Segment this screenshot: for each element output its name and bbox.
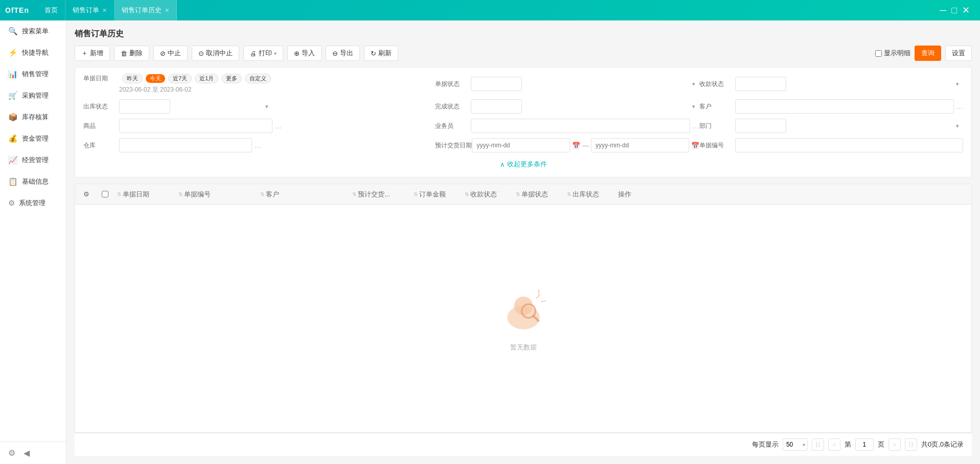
warehouse-status-select[interactable] <box>119 99 170 114</box>
th-delivery[interactable]: ⇅ 预计交货... <box>348 190 409 199</box>
tab-home[interactable]: 首页 <box>37 0 65 20</box>
maximize-btn[interactable]: □ <box>951 6 957 15</box>
department-filter: 部门 <box>699 119 963 133</box>
page-number-input[interactable] <box>855 438 874 451</box>
delivery-date-end-icon[interactable]: 📅 <box>691 142 699 149</box>
th-customer[interactable]: ⇅ 客户 <box>256 190 348 199</box>
print-button[interactable]: 🖨 打印 ▾ <box>243 46 283 61</box>
collapse-button[interactable]: ∧ 收起更多条件 <box>83 158 963 171</box>
query-button[interactable]: 查询 <box>915 46 941 61</box>
payment-status-filter: 收款状态 <box>699 77 963 91</box>
settings-button[interactable]: 设置 <box>945 46 972 61</box>
complete-status-label: 完成状态 <box>435 102 471 111</box>
sidebar-item-base-info[interactable]: 📋 基础信息 <box>0 171 66 192</box>
th-payment-status[interactable]: ⇅ 收款状态 <box>461 190 512 199</box>
th-bill-status[interactable]: ⇅ 单据状态 <box>512 190 563 199</box>
product-input[interactable] <box>119 119 272 133</box>
sort-amount-icon: ⇅ <box>414 191 418 197</box>
salesperson-more-icon[interactable]: … <box>692 122 699 130</box>
page-prev-btn[interactable]: ＜ <box>828 438 840 451</box>
order-no-input[interactable] <box>735 138 963 152</box>
import-button[interactable]: ⊕ 导入 <box>287 46 322 61</box>
sidebar-item-base-label: 基础信息 <box>22 177 49 186</box>
delivery-date-end[interactable] <box>591 138 689 152</box>
product-more-icon[interactable]: … <box>275 122 282 130</box>
filter-row-2: 出库状态 完成状态 <box>83 99 963 114</box>
add-button[interactable]: ＋ 新增 <box>75 46 110 61</box>
display-detail-toggle[interactable]: 显示明细 <box>875 49 910 58</box>
warehouse-status-filter: 出库状态 <box>83 99 435 114</box>
delivery-date-start-icon[interactable]: 📅 <box>572 142 580 149</box>
tab-sales-order[interactable]: 销售订单 ✕ <box>65 0 115 20</box>
refresh-button[interactable]: ↻ 刷新 <box>364 46 398 61</box>
page-last-btn[interactable]: ⟩⟩ <box>905 438 917 451</box>
customer-label: 客户 <box>699 102 735 111</box>
delete-button[interactable]: 🗑 删除 <box>114 46 149 61</box>
sidebar-item-sales-mgmt[interactable]: 📊 销售管理 <box>0 63 66 85</box>
minimize-btn[interactable]: ─ <box>940 6 946 15</box>
sort-delivery-icon: ⇅ <box>352 191 356 197</box>
th-amount[interactable]: ⇅ 订单金额 <box>409 190 461 199</box>
th-check[interactable] <box>98 191 113 197</box>
date-1month[interactable]: 近1月 <box>195 74 218 83</box>
th-action-label: 操作 <box>618 190 631 199</box>
page-size-select[interactable]: 50 10 20 100 <box>783 438 808 451</box>
svg-line-4 <box>536 295 540 298</box>
date-more[interactable]: 更多 <box>221 74 242 83</box>
th-date[interactable]: ⇅ 单据日期 <box>113 190 174 199</box>
display-detail-checkbox[interactable] <box>875 50 882 57</box>
date-7days[interactable]: 近7天 <box>168 74 192 83</box>
page-first-btn[interactable]: ⟨⟨ <box>812 438 824 451</box>
sidebar-bottom: ⚙ ◀ <box>0 441 66 464</box>
sidebar-settings-icon[interactable]: ⚙ <box>8 448 15 458</box>
sidebar-item-finance[interactable]: 💰 资金管理 <box>0 128 66 149</box>
payment-status-select[interactable] <box>735 77 786 91</box>
cancel-stop-button[interactable]: ⊙ 取消中止 <box>192 46 239 61</box>
add-icon: ＋ <box>81 49 88 58</box>
th-bill-label: 单据状态 <box>521 190 548 199</box>
tab-sales-history-close[interactable]: ✕ <box>165 8 169 13</box>
complete-status-select[interactable] <box>471 99 522 114</box>
th-settings[interactable]: ⚙ <box>79 190 98 198</box>
th-amount-label: 订单金额 <box>419 190 446 199</box>
tab-sales-order-close[interactable]: ✕ <box>102 8 107 13</box>
th-out-status[interactable]: ⇅ 出库状态 <box>563 190 614 199</box>
sidebar-item-quick-nav[interactable]: ⚡ 快捷导航 <box>0 42 66 63</box>
department-select[interactable] <box>735 119 786 133</box>
delivery-date-start[interactable] <box>472 138 570 152</box>
stop-button[interactable]: ⊘ 中止 <box>153 46 188 61</box>
operations-icon: 📈 <box>8 156 18 165</box>
sidebar-item-search-menu[interactable]: 🔍 搜索菜单 <box>0 20 66 42</box>
export-button[interactable]: ⊖ 导出 <box>326 46 360 61</box>
sidebar-item-purchase-mgmt[interactable]: 🛒 采购管理 <box>0 85 66 106</box>
sidebar-item-operations[interactable]: 📈 经营管理 <box>0 149 66 171</box>
sidebar-collapse-icon[interactable]: ◀ <box>24 448 30 458</box>
tab-sales-history[interactable]: 销售订单历史 ✕ <box>115 0 177 20</box>
date-dash: — <box>582 142 589 149</box>
page-size-wrap: 50 10 20 100 <box>783 438 808 451</box>
customer-more-icon[interactable]: … <box>956 102 963 111</box>
th-code[interactable]: ⇅ 单据编号 <box>174 190 256 199</box>
date-yesterday[interactable]: 昨天 <box>122 74 143 83</box>
settings-col-icon: ⚙ <box>83 190 89 198</box>
warehouse-input[interactable] <box>119 138 252 152</box>
delivery-date-label: 预计交货日期 <box>435 141 472 150</box>
page-next-btn[interactable]: ＞ <box>888 438 901 451</box>
sidebar-item-system[interactable]: ⚙ 系统管理 <box>0 192 66 214</box>
sort-bill-icon: ⇅ <box>516 191 520 197</box>
date-today[interactable]: 今天 <box>146 74 165 83</box>
salesperson-input[interactable] <box>471 119 690 133</box>
th-date-label: 单据日期 <box>123 190 149 199</box>
filter-row-4: 仓库 … 预计交货日期 📅 — 📅 单据编号 <box>83 138 963 152</box>
table-header: ⚙ ⇅ 单据日期 ⇅ 单据编号 ⇅ 客户 <box>75 184 971 205</box>
sidebar-item-inventory[interactable]: 📦 库存核算 <box>0 106 66 128</box>
top-bar: OfTEn 首页 销售订单 ✕ 销售订单历史 ✕ ─ □ ✕ <box>0 0 980 20</box>
empty-illustration <box>493 285 554 337</box>
warehouse-more-icon[interactable]: … <box>254 141 261 149</box>
bill-status-select[interactable] <box>471 77 522 91</box>
close-btn[interactable]: ✕ <box>962 6 970 15</box>
select-all-checkbox[interactable] <box>102 191 108 197</box>
date-custom[interactable]: 自定义 <box>245 74 271 83</box>
customer-input[interactable] <box>735 99 954 114</box>
query-label: 查询 <box>921 49 935 58</box>
